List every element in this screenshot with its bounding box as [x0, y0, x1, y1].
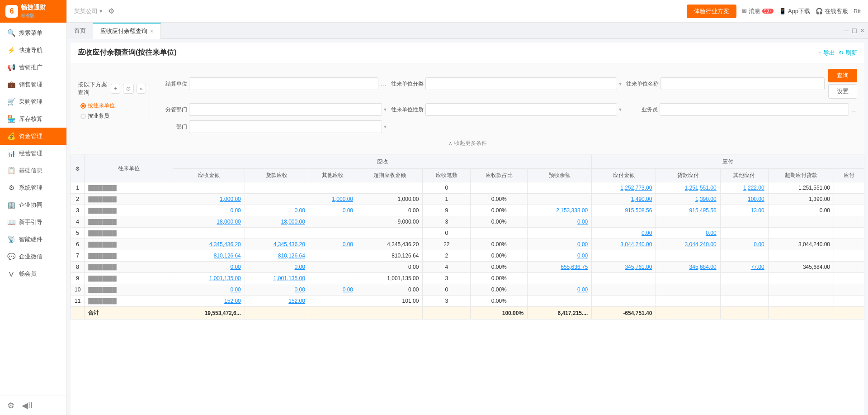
field-nature-arrow[interactable]: ▾	[619, 106, 622, 113]
th-pay-col: 应付	[834, 169, 864, 182]
add-scheme-btn[interactable]: +	[111, 84, 120, 94]
query-btn[interactable]: 查询	[828, 69, 857, 82]
sidebar-item-营销推广[interactable]: 📢营销推广	[0, 59, 66, 76]
sidebar-item-系统管理[interactable]: ⚙系统管理	[0, 179, 66, 196]
sidebar-label-8: 基础信息	[19, 167, 42, 175]
refresh-btn[interactable]: ↻ 刷新	[839, 49, 857, 57]
footer-pay-col	[834, 307, 864, 320]
sidebar-item-畅会员[interactable]: V畅会员	[0, 265, 66, 282]
field-category-input[interactable]	[425, 77, 618, 90]
sidebar-icon-6: 💰	[7, 132, 15, 140]
th-pay-amount: 应付金额	[592, 169, 656, 182]
header-chevron[interactable]: ▾	[99, 8, 103, 14]
field-dept-arrow[interactable]: ▾	[384, 106, 387, 113]
tab-active[interactable]: 应收应付余额查询 ×	[93, 23, 161, 39]
sidebar-item-库存核算[interactable]: 🏪库存核算	[0, 110, 66, 128]
option-salesman[interactable]: 按业务员	[78, 111, 146, 121]
app-download-label: App下载	[788, 7, 810, 15]
tab-close-icon[interactable]: ×	[150, 28, 153, 34]
sidebar-icon-9: ⚙	[7, 184, 15, 192]
user-name[interactable]: Rit	[854, 8, 861, 14]
footer-rec-prepay: 6,417,215....	[528, 307, 592, 320]
th-rec-overdue: 超期应收金额	[357, 169, 423, 182]
data-table: ⚙ 往来单位 应收 应付 应收金额 货款应收 其他应收 超期应收金额 应收笔数 …	[71, 155, 864, 320]
field-nature-input[interactable]	[425, 103, 618, 116]
company-name: 某某公司	[74, 7, 98, 15]
sidebar-icon-3: 💼	[7, 81, 15, 89]
sidebar-item-企业微信[interactable]: 💬企业微信	[0, 248, 66, 265]
field-dept-input[interactable]	[189, 103, 382, 116]
search-label-row: 按以下方案查询 + ⊙ «	[78, 81, 146, 97]
sidebar-item-新手引导[interactable]: 📖新手引导	[0, 214, 66, 231]
th-pay-overdue: 超期应付货款	[768, 169, 834, 182]
sidebar-label-5: 库存核算	[19, 115, 42, 123]
collapse-btn[interactable]: ∧ 收起更多条件	[78, 138, 857, 149]
footer-rec-count	[423, 307, 471, 320]
sidebar-item-经营管理[interactable]: 📊经营管理	[0, 145, 66, 162]
footer-rec-overdue	[357, 307, 423, 320]
field-settlement: 结算单位 …	[156, 77, 387, 90]
sidebar-item-搜索菜单[interactable]: 🔍搜索菜单	[0, 24, 66, 42]
app-download-icon: 📱	[779, 8, 786, 14]
sidebar-item-销售管理[interactable]: 💼销售管理	[0, 76, 66, 93]
field-company-name-input[interactable]	[660, 77, 825, 90]
sidebar-collapse-icon[interactable]: ◀II	[22, 401, 33, 410]
option-company[interactable]: 按往来单位	[78, 100, 146, 111]
sidebar-item-智能硬件[interactable]: 📡智能硬件	[0, 231, 66, 248]
table-row: 11 ████████ 152.00 152.00 101.00 3 0.00%	[71, 296, 864, 307]
refresh-label: 刷新	[845, 49, 857, 57]
header-gear-icon[interactable]: ⚙	[108, 7, 114, 15]
online-service-icon: 🎧	[816, 8, 823, 14]
export-icon: ↑	[819, 49, 822, 56]
sidebar-label-13: 企业微信	[19, 253, 42, 261]
field-salesman-dots[interactable]: …	[851, 106, 857, 113]
setting-scheme-btn[interactable]: ⊙	[123, 84, 134, 94]
th-group-receivable: 应收	[173, 155, 592, 169]
field-salesman-input[interactable]	[660, 103, 849, 116]
th-settings[interactable]: ⚙	[71, 155, 85, 182]
sidebar-item-资金管理[interactable]: 💰资金管理	[0, 128, 66, 145]
tab-home[interactable]: 首页	[67, 23, 93, 39]
sidebar-item-采购管理[interactable]: 🛒采购管理	[0, 93, 66, 110]
footer-pay-amount: -654,751.40	[592, 307, 656, 320]
setting-btn[interactable]: 设置	[828, 84, 857, 99]
search-fields-grid: 结算单位 … 往来单位分类 ▾ 往来单位名称	[156, 69, 857, 133]
field-settlement-dots[interactable]: …	[380, 80, 387, 87]
messages-btn[interactable]: ✉ 消息 99+	[742, 7, 774, 15]
th-rec-count: 应收笔数	[423, 169, 471, 182]
sidebar-item-快捷导航[interactable]: ⚡快捷导航	[0, 42, 66, 59]
export-btn[interactable]: ↑ 导出	[819, 49, 835, 57]
field-dept2-arrow[interactable]: ▾	[384, 124, 387, 130]
query-left-panel: 按以下方案查询 + ⊙ « 按往来单位	[78, 81, 150, 121]
sidebar-item-基础信息[interactable]: 📋基础信息	[0, 162, 66, 179]
industry-solution-btn[interactable]: 体验行业方案	[687, 5, 736, 18]
field-category-label: 往来单位分类	[391, 80, 424, 88]
table-row: 9 ████████ 1,001,135.00 1,001,135.00 1,0…	[71, 273, 864, 284]
sidebar-icon-11: 📖	[7, 218, 15, 226]
th-pay-goods: 货款应付	[656, 169, 720, 182]
field-category-arrow[interactable]: ▾	[619, 81, 622, 87]
page-header: 应收应付余额查询(按往来单位) ↑ 导出 ↻ 刷新	[71, 43, 864, 63]
online-service-btn[interactable]: 🎧 在线客服	[816, 7, 848, 15]
table-row: 8 ████████ 0.00 0.00 0.00 4 0.00% 655,63…	[71, 262, 864, 273]
option-company-label: 按往来单位	[88, 102, 115, 110]
left-scheme-btn[interactable]: «	[137, 84, 146, 94]
field-dept2-input[interactable]	[189, 120, 382, 133]
app-edition: 标准版	[21, 13, 46, 19]
field-dept-label: 分管部门	[156, 106, 187, 114]
table-row: 6 ████████ 4,345,436.20 4,345,436.20 0.0…	[71, 239, 864, 250]
field-settlement-input[interactable]	[189, 77, 378, 90]
sidebar-label-14: 畅会员	[19, 270, 37, 278]
tab-home-label: 首页	[74, 27, 86, 35]
sidebar-icon-13: 💬	[7, 253, 15, 261]
main-content: 应收应付余额查询(按往来单位) ↑ 导出 ↻ 刷新 按以下方案查询	[67, 39, 868, 415]
tab-close-btn[interactable]: ×	[860, 27, 864, 35]
app-download-btn[interactable]: 📱 App下载	[779, 7, 810, 15]
tab-minimize-btn[interactable]: ─	[844, 27, 849, 35]
th-pay-other: 其他应付	[720, 169, 768, 182]
sidebar-settings-icon[interactable]: ⚙	[7, 401, 14, 410]
tab-maximize-btn[interactable]: □	[852, 27, 857, 35]
sidebar-item-企业协同[interactable]: 🏢企业协同	[0, 196, 66, 214]
app-name: 畅捷通财	[21, 4, 46, 12]
th-rec-prepay: 预收余额	[528, 169, 592, 182]
